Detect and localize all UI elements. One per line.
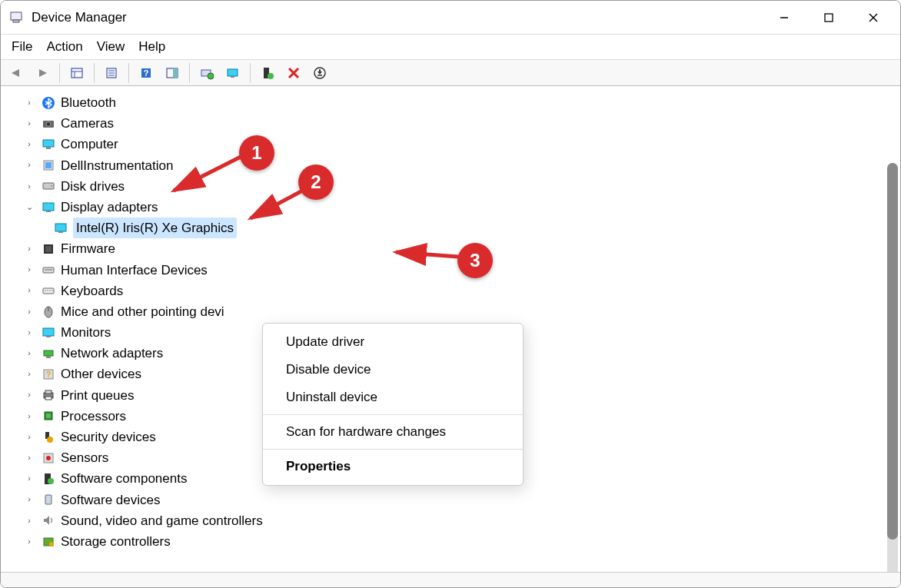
chevron-right-icon[interactable]: › (22, 409, 36, 423)
vertical-scrollbar[interactable] (887, 163, 898, 572)
chevron-right-icon[interactable]: › (22, 242, 36, 256)
svg-point-45 (52, 291, 52, 291)
context-menu-separator (263, 414, 523, 415)
tree-node-keyboards[interactable]: › Keyboards (22, 281, 900, 301)
svg-text:?: ? (46, 370, 51, 379)
annotation-bubble-2: 2 (298, 164, 334, 200)
close-button[interactable] (851, 2, 896, 34)
tree-label: Disk drives (61, 176, 125, 197)
context-menu-disable-device[interactable]: Disable device (263, 356, 523, 384)
tree-node-dellinstrumentation[interactable]: › DellInstrumentation (22, 155, 900, 176)
scan-hardware-button[interactable] (196, 63, 218, 83)
tree-label: Processors (61, 406, 126, 427)
disable-device-button[interactable] (309, 63, 331, 83)
other-devices-icon: ? (41, 367, 56, 382)
device-manager-window: Device Manager File Action View Help ? (0, 0, 901, 588)
chevron-right-icon[interactable]: › (22, 263, 36, 277)
toolbar: ? (1, 60, 900, 86)
chevron-right-icon[interactable]: › (22, 388, 36, 402)
scrollbar-thumb[interactable] (887, 163, 898, 540)
tree-node-disk-drives[interactable]: › Disk drives (22, 176, 900, 197)
tree-label: Cameras (61, 113, 114, 134)
maximize-button[interactable] (806, 2, 851, 34)
svg-rect-50 (44, 350, 53, 356)
tree-node-intel-graphics[interactable]: Intel(R) Iris(R) Xe Graphics (53, 218, 900, 238)
svg-rect-6 (71, 68, 82, 78)
storage-controller-icon (41, 534, 56, 550)
chevron-right-icon[interactable]: › (22, 513, 36, 527)
svg-point-62 (46, 456, 51, 460)
tree-node-sound[interactable]: › Sound, video and game controllers (22, 510, 900, 531)
status-bar (1, 572, 900, 587)
tree-label: Computer (61, 134, 118, 154)
tree-label: Mice and other pointing devi (61, 301, 224, 322)
chevron-right-icon[interactable]: › (22, 117, 36, 131)
svg-point-67 (49, 542, 54, 546)
tree-node-software-devices[interactable]: › Software devices (22, 490, 900, 510)
svg-text:?: ? (144, 68, 149, 78)
svg-point-43 (47, 291, 48, 291)
chevron-right-icon[interactable]: › (22, 326, 36, 340)
tree-node-cameras[interactable]: › Cameras (22, 113, 900, 134)
action-pane-button[interactable] (161, 63, 183, 83)
uninstall-device-button[interactable] (283, 63, 304, 83)
back-button[interactable] (5, 63, 27, 83)
update-driver-button[interactable] (222, 63, 244, 83)
chevron-right-icon[interactable]: › (22, 347, 36, 360)
toolbar-separator (189, 63, 190, 83)
context-menu-properties[interactable]: Properties (263, 453, 523, 480)
chevron-right-icon[interactable]: › (22, 430, 36, 444)
menu-view[interactable]: View (97, 39, 125, 55)
chevron-down-icon[interactable]: ⌄ (22, 201, 36, 214)
keyboard-icon (41, 283, 56, 298)
tree-node-display-adapters[interactable]: ⌄ Display adapters (22, 197, 900, 218)
svg-point-60 (47, 437, 53, 443)
svg-rect-65 (45, 495, 52, 504)
svg-rect-34 (46, 211, 51, 212)
chevron-right-icon[interactable]: › (22, 472, 36, 486)
minimize-button[interactable] (762, 2, 806, 34)
tree-label: Security devices (61, 427, 156, 447)
chevron-right-icon[interactable]: › (22, 493, 36, 507)
context-menu-update-driver[interactable]: Update driver (263, 328, 523, 356)
processor-icon (41, 408, 56, 424)
svg-rect-36 (58, 231, 63, 233)
chevron-right-icon[interactable]: › (22, 138, 36, 151)
context-menu-uninstall-device[interactable]: Uninstall device (263, 384, 523, 411)
context-menu-separator (263, 449, 523, 450)
security-device-icon (41, 430, 56, 445)
svg-rect-33 (43, 203, 54, 211)
tree-node-mice[interactable]: › Mice and other pointing devi (22, 301, 900, 322)
chevron-right-icon[interactable]: › (22, 179, 36, 193)
svg-point-26 (46, 121, 51, 126)
svg-rect-30 (45, 162, 52, 168)
show-hide-console-tree-button[interactable] (66, 63, 88, 83)
annotation-bubble-3: 3 (457, 243, 493, 278)
menu-file[interactable]: File (12, 39, 32, 55)
help-button[interactable]: ? (135, 63, 157, 83)
tree-node-computer[interactable]: › Computer (22, 134, 900, 154)
menu-action[interactable]: Action (46, 39, 82, 55)
tree-node-bluetooth[interactable]: › Bluetooth (22, 92, 900, 113)
chevron-right-icon[interactable]: › (22, 304, 36, 318)
tree-label: Storage controllers (61, 531, 171, 552)
properties-button[interactable] (101, 63, 122, 83)
forward-button[interactable] (32, 63, 53, 83)
computer-icon (41, 137, 56, 152)
svg-point-18 (208, 73, 214, 79)
chevron-right-icon[interactable]: › (22, 367, 36, 381)
chevron-right-icon[interactable]: › (22, 535, 36, 549)
toolbar-separator (59, 63, 60, 83)
tree-node-storage[interactable]: › Storage controllers (22, 531, 900, 552)
enable-device-button[interactable] (257, 63, 278, 83)
chevron-right-icon[interactable]: › (22, 284, 36, 297)
bluetooth-icon (41, 95, 56, 111)
annotation-bubble-1: 1 (239, 135, 274, 171)
svg-rect-51 (46, 356, 51, 358)
chevron-right-icon[interactable]: › (22, 96, 36, 110)
tree-label: Software components (61, 468, 187, 489)
context-menu-scan-hardware[interactable]: Scan for hardware changes (263, 418, 523, 446)
chevron-right-icon[interactable]: › (22, 158, 36, 172)
menu-help[interactable]: Help (138, 39, 165, 55)
chevron-right-icon[interactable]: › (22, 451, 36, 465)
